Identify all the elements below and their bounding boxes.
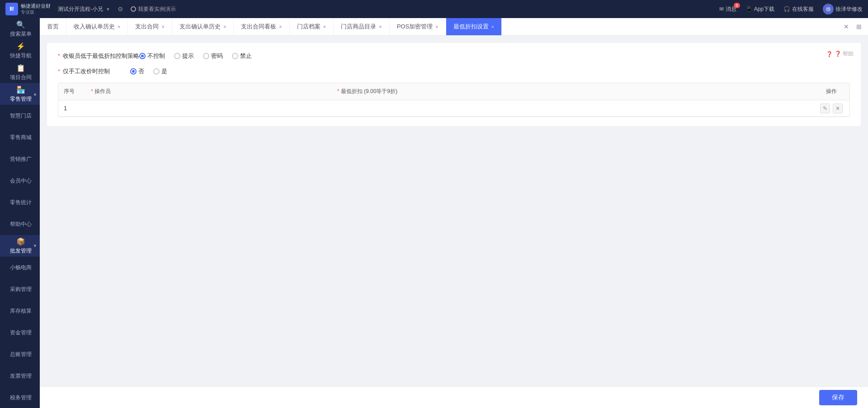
table-row: 1 ✎ ✕ xyxy=(58,100,849,117)
sidebar-item-wholesale[interactable]: 📦 批发管理 ▼ xyxy=(0,235,40,257)
tab-payment-board[interactable]: 支出合同看板 × xyxy=(234,18,289,35)
sidebar-item-member[interactable]: 会员中心 xyxy=(0,170,40,192)
manual-form-row: * 仅手工改价时控制 否 是 xyxy=(58,67,850,75)
sidebar-item-ledger[interactable]: 总账管理 xyxy=(0,343,40,365)
discount-table: 序号 * 操作员 * 最低折扣 (9.00等于9折) 操作 1 xyxy=(58,83,850,117)
delete-button[interactable]: ✕ xyxy=(833,103,843,113)
sidebar-item-marketing[interactable]: 营销推广 xyxy=(0,148,40,170)
logo: 财 畅捷通好业财 专业版 xyxy=(5,3,51,15)
sidebar-item-smart-store[interactable]: 智慧门店 xyxy=(0,105,40,127)
sidebar-item-tax[interactable]: 税务管理 xyxy=(0,387,40,408)
tab-close-icon[interactable]: × xyxy=(435,24,438,29)
tab-store-goods[interactable]: 门店商品目录 × xyxy=(334,18,389,35)
sidebar-item-ecom[interactable]: 小畅电商 xyxy=(0,257,40,278)
sidebar-item-label: 零售管理 xyxy=(10,95,32,103)
radio-label: 是 xyxy=(161,67,167,75)
radio-label: 密码 xyxy=(211,52,223,60)
td-discount xyxy=(332,106,813,111)
tab-min-discount[interactable]: 最低折扣设置 × xyxy=(446,18,502,35)
tab-close-icon[interactable]: × xyxy=(223,24,226,29)
avatar: 徐 xyxy=(823,4,834,14)
help-label: ❓ 帮助 xyxy=(835,50,854,58)
sidebar-item-label: 零售统计 xyxy=(10,199,32,206)
sidebar-item-finance[interactable]: 资金管理 xyxy=(0,322,40,343)
manual-radio-group: 否 是 xyxy=(130,67,167,75)
tab-payment-contract[interactable]: 支出合同 × xyxy=(128,18,172,35)
tab-label: 最低折扣设置 xyxy=(453,23,489,31)
sidebar-item-stats[interactable]: 零售统计 xyxy=(0,192,40,213)
customer-service-button[interactable]: 🎧 在线客服 xyxy=(783,5,814,13)
sidebar-item-invoice[interactable]: 发票管理 xyxy=(0,365,40,387)
project-name: 测试分开流程-小兄 xyxy=(58,5,103,13)
tab-income-history[interactable]: 收入确认单历史 × xyxy=(66,18,128,35)
demo-icon xyxy=(131,6,136,12)
tab-home[interactable]: 首页 xyxy=(40,18,66,35)
sidebar-item-mall[interactable]: 零售商城 xyxy=(0,127,40,148)
sidebar-item-label: 发票管理 xyxy=(10,372,32,380)
edit-button[interactable]: ✎ xyxy=(820,103,830,113)
policy-no-control[interactable]: 不控制 xyxy=(139,52,165,60)
message-icon: ✉ xyxy=(719,6,724,12)
sidebar-item-label: 总账管理 xyxy=(10,351,32,358)
tab-close-icon[interactable]: × xyxy=(491,24,494,29)
tab-expand-icon[interactable]: ⊞ xyxy=(854,21,864,32)
demo-button[interactable]: 我要看实例演示 xyxy=(131,5,176,13)
td-seq: 1 xyxy=(58,102,85,114)
message-button[interactable]: ✉ 消息 8 xyxy=(719,5,736,13)
sidebar-item-label: 采购管理 xyxy=(10,286,32,293)
project-selector[interactable]: 测试分开流程-小兄 ▼ xyxy=(58,5,110,13)
tab-close-all-icon[interactable]: ✕ xyxy=(841,21,852,32)
policy-remind[interactable]: 提示 xyxy=(174,52,194,60)
app-icon: 📱 xyxy=(745,6,752,12)
save-button[interactable]: 保存 xyxy=(819,390,857,405)
radio-icon xyxy=(232,53,238,59)
tab-close-icon[interactable]: × xyxy=(118,24,120,29)
retail-icon: 🏪 xyxy=(16,85,25,94)
tab-payment-confirm[interactable]: 支出确认单历史 × xyxy=(172,18,234,35)
sidebar-item-label: 小畅电商 xyxy=(10,264,32,272)
sidebar-item-retail[interactable]: 🏪 零售管理 ▲ xyxy=(0,83,40,105)
tab-pos-password[interactable]: POS加密管理 × xyxy=(390,18,446,35)
sidebar-item-label: 批发管理 xyxy=(10,247,32,255)
policy-password[interactable]: 密码 xyxy=(203,52,223,60)
top-bar-right: ✉ 消息 8 📱 App下载 🎧 在线客服 徐 徐泽华修改 xyxy=(719,4,863,14)
settings-icon[interactable]: ⚙ xyxy=(118,5,123,13)
sidebar-item-quick[interactable]: ⚡ 快捷导航 xyxy=(0,40,40,61)
sidebar-item-search[interactable]: 🔍 搜索菜单 xyxy=(0,18,40,40)
tab-bar-actions: ✕ ⊞ xyxy=(837,21,868,32)
manual-no[interactable]: 否 xyxy=(130,67,144,75)
tab-close-icon[interactable]: × xyxy=(379,24,382,29)
sidebar-item-inventory[interactable]: 库存核算 xyxy=(0,300,40,322)
sidebar-item-label: 搜索菜单 xyxy=(10,30,32,38)
logo-sub: 专业版 xyxy=(21,9,51,15)
sidebar-item-help[interactable]: 帮助中心 xyxy=(0,213,40,235)
top-bar: 财 畅捷通好业财 专业版 测试分开流程-小兄 ▼ ⚙ 我要看实例演示 ✉ 消息 … xyxy=(0,0,868,18)
tab-close-icon[interactable]: × xyxy=(279,24,282,29)
help-link[interactable]: ❓ ❓ 帮助 xyxy=(826,50,854,58)
tab-store-file[interactable]: 门店档案 × xyxy=(290,18,334,35)
page-content: ❓ ❓ 帮助 * 收银员低于最低折扣控制策略 不控制 xyxy=(40,36,868,386)
policy-radio-group: 不控制 提示 密码 禁止 xyxy=(139,52,252,60)
policy-form-row: * 收银员低于最低折扣控制策略 不控制 提示 xyxy=(58,52,850,60)
sidebar-item-project[interactable]: 📋 项目合同 xyxy=(0,61,40,83)
manual-yes[interactable]: 是 xyxy=(153,67,167,75)
tab-label: 支出合同 xyxy=(135,23,159,31)
required-star: * xyxy=(58,52,60,59)
app-download-button[interactable]: 📱 App下载 xyxy=(745,5,774,13)
wholesale-icon: 📦 xyxy=(16,237,25,246)
tab-label: 支出合同看板 xyxy=(241,23,276,31)
radio-icon xyxy=(153,68,160,75)
user-avatar-button[interactable]: 徐 徐泽华修改 xyxy=(823,4,863,14)
td-action: ✎ ✕ xyxy=(813,101,849,116)
tab-close-icon[interactable]: × xyxy=(323,24,326,29)
policy-forbid[interactable]: 禁止 xyxy=(232,52,252,60)
tab-close-icon[interactable]: × xyxy=(161,24,164,29)
sidebar-item-label: 营销推广 xyxy=(10,155,32,163)
radio-icon xyxy=(174,53,180,59)
th-seq: 序号 xyxy=(58,83,85,100)
bottom-bar: 保存 xyxy=(40,386,868,408)
sidebar-item-label: 零售商城 xyxy=(10,134,32,141)
sidebar-item-label: 智慧门店 xyxy=(10,112,32,120)
sidebar-item-purchase[interactable]: 采购管理 xyxy=(0,278,40,300)
project-icon: 📋 xyxy=(16,64,25,72)
